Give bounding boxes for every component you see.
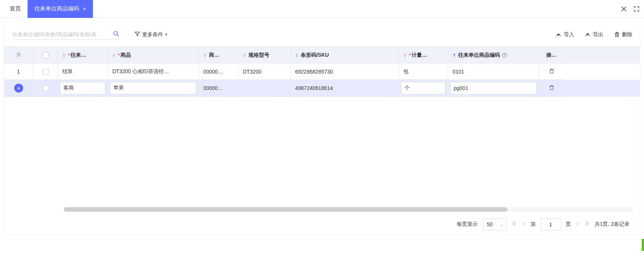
unit-input[interactable]: 个: [401, 82, 446, 94]
checkbox[interactable]: [43, 85, 49, 91]
first-page-icon[interactable]: [512, 221, 517, 228]
export-button[interactable]: 导出: [585, 31, 603, 38]
import-label: 导入: [564, 31, 574, 38]
cell-product-code-text: 00000…: [203, 85, 223, 91]
sort-icon: ▲▼: [295, 53, 298, 57]
cell-unit-text: 个: [404, 85, 410, 91]
cell-code[interactable]: pg001: [448, 80, 539, 97]
row-checkbox[interactable]: [33, 63, 58, 80]
delete-button[interactable]: 删除: [614, 31, 632, 38]
cell-party[interactable]: 客商: [58, 80, 108, 97]
sort-icon: ▲▼: [62, 53, 66, 57]
h-scrollbar-thumb[interactable]: [64, 207, 507, 212]
close-icon[interactable]: ×: [83, 6, 86, 12]
page-suffix: 页: [566, 221, 571, 228]
more-conditions-label: 更多条件: [142, 31, 163, 38]
col-party-code[interactable]: ▲▼ 往来单位商品编码: [448, 47, 539, 63]
col-unit-label: 计量…: [412, 52, 427, 59]
col-checkbox-header[interactable]: [33, 47, 58, 63]
fullscreen-icon[interactable]: [633, 5, 640, 13]
cell-party[interactable]: 结算: [58, 63, 108, 80]
cell-op: [539, 80, 564, 97]
page-prefix: 第: [531, 221, 536, 228]
search-input[interactable]: [12, 29, 120, 40]
export-icon: [585, 32, 591, 38]
tab-home[interactable]: 首页: [3, 0, 28, 18]
svg-point-1: [18, 54, 19, 55]
col-product-label: 商品: [121, 52, 131, 59]
more-conditions-button[interactable]: 更多条件 ▾: [135, 31, 168, 38]
sort-icon: ▲▼: [112, 53, 116, 57]
col-settings[interactable]: [4, 47, 33, 63]
main-panel: 更多条件 ▾ 导入: [4, 22, 640, 235]
search-input-wrap: [12, 29, 120, 40]
cell-product-code-text: 00000…: [203, 69, 223, 75]
cell-code-text: 0101: [453, 69, 464, 75]
export-label: 导出: [593, 31, 603, 38]
per-page-value: 50: [487, 221, 493, 227]
required-marker: *: [409, 52, 411, 58]
per-page-select[interactable]: 50 ⌄: [483, 218, 507, 230]
row-checkbox[interactable]: [33, 80, 58, 97]
toolbar: 更多条件 ▾ 导入: [4, 29, 640, 47]
cell-product[interactable]: 苹果: [108, 80, 199, 97]
last-page-icon[interactable]: [584, 221, 590, 228]
sort-icon: ▲▼: [403, 53, 407, 57]
cell-spec-text: DT3200: [243, 69, 262, 75]
cell-unit[interactable]: 包: [399, 63, 448, 80]
col-product-code[interactable]: ▲▼ 商…: [199, 47, 238, 63]
prev-page-icon[interactable]: [522, 221, 526, 228]
tab-home-label: 首页: [10, 5, 21, 12]
import-button[interactable]: 导入: [556, 31, 574, 38]
h-scrollbar[interactable]: [64, 207, 632, 212]
chevron-down-icon: ▾: [165, 32, 168, 37]
row-delete-icon[interactable]: [549, 85, 554, 91]
cell-unit[interactable]: 个: [399, 80, 448, 97]
col-op-label: 操…: [546, 52, 557, 59]
cell-code[interactable]: 0101: [448, 63, 539, 80]
col-sku-label: 条形码/SKU: [301, 52, 329, 59]
grid-header: ▲▼ * 往来… ▲▼ * 商品 ▲▼ 商… ▲▼ 规格型号: [4, 47, 640, 63]
help-icon[interactable]: [501, 52, 507, 58]
tabbar-right: [620, 0, 640, 18]
table-row: 1 结算 DT3200 心相印茶语经… 00000… DT3200: [4, 63, 640, 80]
toolbar-right: 导入 导出 删除: [556, 31, 632, 38]
cell-op: [539, 63, 564, 80]
table-row: ＋ 客商 苹果 00000…: [4, 80, 640, 97]
tab-active[interactable]: 往来单位商品编码 ×: [28, 0, 93, 18]
checkbox-all[interactable]: [43, 52, 49, 58]
row-delete-icon[interactable]: [549, 68, 554, 75]
row-index-text: 1: [17, 69, 20, 75]
page-input[interactable]: [540, 218, 561, 230]
import-icon: [556, 32, 562, 38]
close-panel-icon[interactable]: [620, 5, 628, 13]
cell-sku: 6922868285730: [291, 63, 399, 80]
col-spec[interactable]: ▲▼ 规格型号: [238, 47, 291, 63]
next-page-icon[interactable]: [575, 221, 580, 228]
product-input[interactable]: 苹果: [110, 82, 196, 94]
sort-icon: ▲▼: [243, 53, 246, 57]
filter-icon: [135, 31, 140, 38]
cell-product-text: 苹果: [113, 85, 124, 91]
tab-active-label: 往来单位商品编码: [34, 5, 79, 12]
search-icon[interactable]: [113, 31, 119, 38]
row-index: 1: [4, 63, 33, 80]
col-sku[interactable]: ▲▼ 条形码/SKU: [291, 47, 399, 63]
page-nav: 第 页: [512, 218, 590, 230]
svg-point-0: [114, 31, 118, 35]
party-input[interactable]: 客商: [60, 82, 105, 94]
cell-product[interactable]: DT3200 心相印茶语经…: [108, 63, 199, 80]
row-add[interactable]: ＋: [4, 80, 33, 97]
col-product[interactable]: ▲▼ * 商品: [108, 47, 199, 63]
checkbox[interactable]: [43, 69, 49, 75]
tab-bar: 首页 往来单位商品编码 ×: [0, 0, 644, 18]
cell-sku: 4987240618614: [291, 80, 399, 97]
required-marker: *: [68, 52, 70, 58]
col-party[interactable]: ▲▼ * 往来…: [58, 47, 108, 63]
cell-party-text: 客商: [63, 85, 74, 91]
add-row-icon[interactable]: ＋: [14, 84, 23, 93]
col-unit[interactable]: ▲▼ * 计量…: [399, 47, 448, 63]
trash-icon: [614, 32, 620, 38]
pagination: 每页显示 50 ⌄ 第 页: [4, 212, 640, 235]
code-input[interactable]: pg001: [450, 82, 537, 94]
